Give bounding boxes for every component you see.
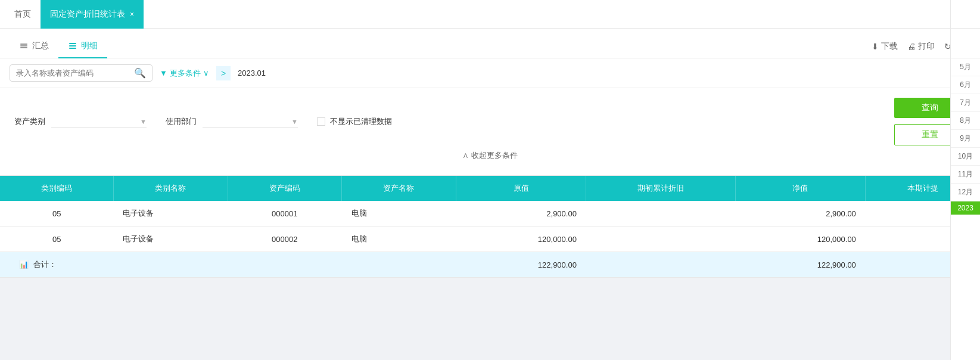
total-initial-accum (586, 252, 735, 278)
search-icon[interactable]: 🔍 (134, 67, 146, 79)
collapse-more-conditions-button[interactable]: ∧ 收起更多条件 (14, 145, 966, 166)
col-category-name: 类别名称 (113, 176, 228, 201)
cell-category-code-1: 05 (0, 226, 113, 252)
filter-section: 资产类别 ▼ 使用部门 ▼ 不显示已清理数据 查询 重置 ∧ 收起更多条件 (0, 88, 980, 176)
nav-home[interactable]: 首页 (10, 9, 36, 20)
print-label: 打印 (918, 41, 935, 52)
nav-tab-fixed-assets[interactable]: 固定资产折旧统计表 × (41, 0, 144, 29)
download-label: 下载 (881, 41, 898, 52)
total-net-value: 122,900.00 (735, 252, 866, 278)
collapse-icon: ∧ (462, 151, 469, 160)
svg-rect-2 (20, 44, 27, 45)
asset-category-label: 资产类别 (14, 116, 45, 127)
col-net-value: 净值 (735, 176, 866, 201)
col-asset-code: 资产编码 (228, 176, 342, 201)
svg-rect-5 (69, 48, 76, 49)
svg-rect-0 (20, 47, 27, 48)
sidebar-month-11[interactable]: 11月 (951, 166, 980, 184)
data-table: 类别编码 类别名称 资产编码 资产名称 原值 期初累计折旧 净值 本期计提 05… (0, 176, 980, 278)
layers-icon (19, 41, 29, 51)
search-bar: 🔍 ▼ 更多条件 ∨ > 2023.01 (0, 58, 980, 88)
svg-rect-3 (69, 43, 76, 44)
cell-original-value-0: 2,900.00 (456, 201, 586, 226)
tab-summary[interactable]: 汇总 (10, 41, 58, 58)
svg-rect-1 (20, 45, 27, 46)
print-button[interactable]: 🖨 打印 (907, 41, 935, 52)
nav-tab-label: 固定资产折旧统计表 (50, 9, 125, 20)
use-department-select[interactable]: ▼ (203, 116, 298, 128)
more-conditions-label: 更多条件 (170, 68, 201, 79)
asset-category-arrow-icon: ▼ (140, 118, 147, 125)
cell-category-name-0: 电子设备 (113, 201, 228, 226)
total-icon: 📊 (19, 260, 29, 269)
filter-row: 资产类别 ▼ 使用部门 ▼ 不显示已清理数据 查询 重置 (14, 98, 966, 145)
cell-category-name-1: 电子设备 (113, 226, 228, 252)
search-input-wrap[interactable]: 🔍 (10, 64, 153, 82)
search-input[interactable] (16, 69, 132, 77)
asset-category-select[interactable]: ▼ (51, 116, 147, 128)
cell-initial-accum-0 (586, 201, 735, 226)
print-icon: 🖨 (907, 42, 916, 51)
collapse-label: 收起更多条件 (471, 151, 518, 160)
date-display: 2023.01 (238, 69, 266, 77)
total-asset-name (342, 252, 456, 278)
use-department-label: 使用部门 (166, 116, 197, 127)
table-row: 05 电子设备 000002 电脑 120,000.00 120,000.00 (0, 226, 980, 252)
col-category-code: 类别编码 (0, 176, 113, 201)
hide-cleared-checkbox[interactable] (317, 117, 325, 126)
cell-original-value-1: 120,000.00 (456, 226, 586, 252)
sidebar-year[interactable]: 2023 (951, 201, 980, 215)
total-label-cell: 📊 合计： (0, 252, 228, 278)
cell-initial-accum-1 (586, 226, 735, 252)
col-initial-accum-depreciation: 期初累计折旧 (586, 176, 735, 201)
cell-asset-name-1: 电脑 (342, 226, 456, 252)
tab-summary-label: 汇总 (32, 41, 49, 51)
list-icon (68, 41, 77, 51)
use-department-arrow-icon: ▼ (291, 118, 298, 125)
sidebar-month-6[interactable]: 6月 (951, 76, 980, 94)
tab-detail[interactable]: 明细 (58, 41, 107, 58)
more-conditions-button[interactable]: ▼ 更多条件 ∨ (160, 68, 209, 79)
data-table-wrap: 类别编码 类别名称 资产编码 资产名称 原值 期初累计折旧 净值 本期计提 05… (0, 176, 980, 278)
nav-arrow-button[interactable]: > (216, 66, 231, 80)
top-nav: 首页 固定资产折旧统计表 × × (0, 0, 980, 29)
total-label: 合计： (33, 260, 57, 269)
hide-cleared-label: 不显示已清理数据 (330, 116, 392, 127)
nav-tab-close[interactable]: × (130, 10, 134, 18)
hide-cleared-checkbox-item[interactable]: 不显示已清理数据 (317, 116, 392, 127)
download-icon: ⬇ (872, 42, 879, 51)
table-header-row: 类别编码 类别名称 资产编码 资产名称 原值 期初累计折旧 净值 本期计提 (0, 176, 980, 201)
total-asset-code (228, 252, 342, 278)
filter-icon: ▼ (160, 69, 167, 77)
sidebar-month-9[interactable]: 9月 (951, 130, 980, 148)
filter-use-department: 使用部门 ▼ (166, 116, 298, 128)
col-original-value: 原值 (456, 176, 586, 201)
table-row: 05 电子设备 000001 电脑 2,900.00 2,900.00 (0, 201, 980, 226)
tab-detail-label: 明细 (81, 41, 98, 51)
col-asset-name: 资产名称 (342, 176, 456, 201)
cell-asset-code-0: 000001 (228, 201, 342, 226)
sub-tabs-bar: 汇总 明细 ⬇ 下载 🖨 打印 ↻ 刷新 (0, 29, 980, 58)
cell-asset-code-1: 000002 (228, 226, 342, 252)
table-total-row: 📊 合计： 122,900.00 122,900.00 (0, 252, 980, 278)
sidebar-month-7[interactable]: 7月 (951, 94, 980, 112)
sidebar-month-10[interactable]: 10月 (951, 148, 980, 166)
total-original-value: 122,900.00 (456, 252, 586, 278)
download-button[interactable]: ⬇ 下载 (872, 41, 898, 52)
sidebar-month-12[interactable]: 12月 (951, 184, 980, 201)
filter-asset-category: 资产类别 ▼ (14, 116, 147, 128)
cell-category-code-0: 05 (0, 201, 113, 226)
cell-net-value-1: 120,000.00 (735, 226, 866, 252)
cell-net-value-0: 2,900.00 (735, 201, 866, 226)
svg-rect-4 (69, 45, 76, 46)
sidebar-month-8[interactable]: 8月 (951, 112, 980, 130)
sidebar-month-5[interactable]: 5月 (951, 58, 980, 76)
chevron-down-icon: ∨ (203, 69, 209, 77)
cell-asset-name-0: 电脑 (342, 201, 456, 226)
right-sidebar: 5月 6月 7月 8月 9月 10月 11月 12月 2023 (950, 0, 980, 360)
